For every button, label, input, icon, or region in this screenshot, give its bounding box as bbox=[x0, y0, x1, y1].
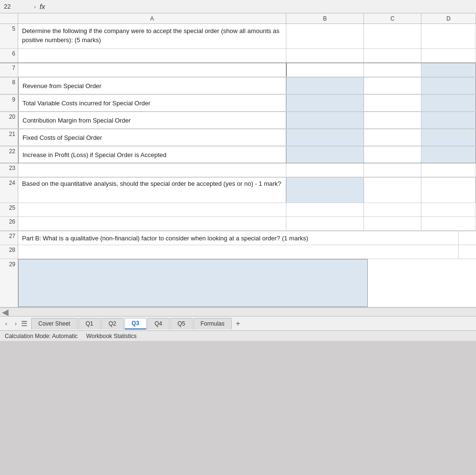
tab-q5[interactable]: Q5 bbox=[170, 318, 193, 329]
cell-b18-answer[interactable] bbox=[286, 78, 364, 94]
cell-c16[interactable] bbox=[364, 49, 421, 62]
cell-a17[interactable] bbox=[18, 63, 286, 77]
tab-q3[interactable]: Q3 bbox=[125, 318, 147, 329]
row-number: 5 bbox=[0, 24, 18, 48]
table-row: 20 Contribution Margin from Special Orde… bbox=[0, 112, 476, 129]
tab-nav-right-icon[interactable]: › bbox=[11, 319, 20, 328]
dropdown-chevron-icon[interactable]: › bbox=[34, 4, 36, 10]
cell-c22[interactable] bbox=[364, 147, 421, 163]
calc-mode-label: Calculation Mode: Automatic bbox=[5, 333, 78, 339]
cell-d24[interactable] bbox=[421, 178, 476, 203]
tab-q2[interactable]: Q2 bbox=[102, 318, 124, 329]
cell-b17[interactable] bbox=[286, 63, 364, 77]
cell-d19[interactable] bbox=[421, 95, 476, 111]
cell-a29-answer[interactable] bbox=[18, 259, 368, 307]
cell-c15[interactable] bbox=[364, 24, 421, 48]
cell-b15[interactable] bbox=[286, 24, 364, 48]
tab-formulas[interactable]: Formulas bbox=[193, 318, 232, 329]
cell-b20-answer[interactable] bbox=[286, 112, 364, 128]
cell-d16[interactable] bbox=[421, 49, 476, 62]
table-row: 21 Fixed Costs of Special Order bbox=[0, 129, 476, 146]
tab-q5-label: Q5 bbox=[178, 320, 185, 327]
col-header-b: B bbox=[286, 13, 364, 23]
table-row: 27 Part B: What is a qualitative (non-fi… bbox=[0, 231, 476, 245]
table-row: 29 bbox=[0, 259, 476, 307]
row-number: 28 bbox=[0, 245, 18, 259]
row-number: 29 bbox=[0, 259, 18, 307]
table-row: 9 Total Variable Costs incurred for Spec… bbox=[0, 94, 476, 112]
tab-q2-label: Q2 bbox=[109, 320, 116, 327]
table-row: 22 Increase in Profit (Loss) if Special … bbox=[0, 146, 476, 163]
cell-d22[interactable] bbox=[421, 147, 476, 163]
cell-d18[interactable] bbox=[421, 78, 476, 94]
cell-a27-label: Part B: What is a qualitative (non-finan… bbox=[18, 231, 459, 245]
cell-d26[interactable] bbox=[421, 217, 476, 230]
cell-b25[interactable] bbox=[286, 203, 364, 216]
row-number: 24 bbox=[0, 178, 18, 203]
cell-b23[interactable] bbox=[286, 163, 364, 177]
cell-d15[interactable] bbox=[421, 24, 476, 48]
status-bar: Calculation Mode: Automatic Workbook Sta… bbox=[0, 330, 476, 341]
cell-b26[interactable] bbox=[286, 217, 364, 230]
cell-a26[interactable] bbox=[18, 217, 286, 230]
cell-a24-label: Based on the quantitative analysis, shou… bbox=[18, 178, 286, 203]
table-row: 8 Revenue from Special Order bbox=[0, 77, 476, 94]
tab-menu-icon[interactable]: ☰ bbox=[21, 319, 27, 328]
horizontal-scrollbar[interactable]: ◀ bbox=[0, 307, 476, 316]
col-header-d: D bbox=[421, 13, 476, 23]
table-row: 5 Determine the following if the company… bbox=[0, 24, 476, 49]
cell-c21[interactable] bbox=[364, 129, 421, 146]
cell-d17[interactable] bbox=[421, 63, 476, 77]
cell-d20[interactable] bbox=[421, 112, 476, 128]
cell-b24-answer[interactable] bbox=[286, 178, 364, 203]
row-num-spacer bbox=[0, 13, 18, 23]
cell-b22-answer[interactable] bbox=[286, 147, 364, 163]
cell-a23[interactable] bbox=[18, 163, 286, 177]
cell-c17[interactable] bbox=[364, 63, 421, 77]
cell-a20-label: Contribution Margin from Special Order bbox=[18, 112, 286, 128]
cell-c24[interactable] bbox=[364, 178, 421, 203]
cell-c18[interactable] bbox=[364, 78, 421, 94]
instruction-text: Determine the following if the company w… bbox=[18, 24, 286, 48]
tab-q1-label: Q1 bbox=[86, 320, 93, 327]
cell-a25[interactable] bbox=[18, 203, 286, 216]
row-number: 22 bbox=[0, 147, 18, 163]
cell-c25[interactable] bbox=[364, 203, 421, 216]
cell-b19-answer[interactable] bbox=[286, 95, 364, 111]
table-row: 7 bbox=[0, 63, 476, 77]
tab-formulas-label: Formulas bbox=[201, 320, 225, 327]
tab-q1[interactable]: Q1 bbox=[79, 318, 101, 329]
fx-icon: fx bbox=[40, 2, 45, 11]
cell-d25[interactable] bbox=[421, 203, 476, 216]
tab-nav-left-icon[interactable]: ‹ bbox=[2, 319, 11, 328]
tab-cover-sheet[interactable]: Cover Sheet bbox=[31, 318, 78, 329]
column-headers: A B C D bbox=[0, 13, 476, 24]
row-number: 23 bbox=[0, 163, 18, 177]
cell-c19[interactable] bbox=[364, 95, 421, 111]
row-number: 9 bbox=[0, 95, 18, 111]
table-row: 25 bbox=[0, 203, 476, 217]
cell-b21-answer[interactable] bbox=[286, 129, 364, 146]
cell-a16[interactable] bbox=[18, 49, 286, 62]
cell-c26[interactable] bbox=[364, 217, 421, 230]
cell-d23[interactable] bbox=[421, 163, 476, 177]
formula-bar: 22 › fx bbox=[0, 0, 476, 13]
cell-c23[interactable] bbox=[364, 163, 421, 177]
scroll-left-icon[interactable]: ◀ bbox=[2, 307, 9, 317]
add-sheet-button[interactable]: + bbox=[233, 318, 243, 329]
col-header-c: C bbox=[364, 13, 421, 23]
cell-c20[interactable] bbox=[364, 112, 421, 128]
cell-b16[interactable] bbox=[286, 49, 364, 62]
row-number: 20 bbox=[0, 112, 18, 128]
row-number: 27 bbox=[0, 231, 18, 245]
workbook-stats-link[interactable]: Workbook Statistics bbox=[86, 333, 136, 339]
row-number: 26 bbox=[0, 217, 18, 230]
row-number: 21 bbox=[0, 129, 18, 146]
tab-q3-label: Q3 bbox=[132, 320, 139, 327]
table-row: 6 bbox=[0, 49, 476, 63]
cell-d21[interactable] bbox=[421, 129, 476, 146]
tab-q4[interactable]: Q4 bbox=[147, 318, 170, 329]
cell-a28[interactable] bbox=[18, 245, 459, 259]
table-row: 24 Based on the quantitative analysis, s… bbox=[0, 177, 476, 203]
table-row: 26 bbox=[0, 217, 476, 231]
